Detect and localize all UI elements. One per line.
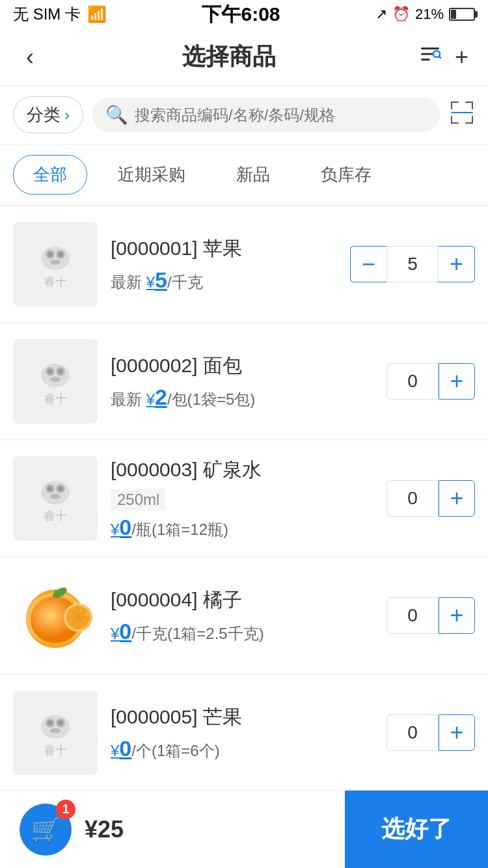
alarm-icon: ⏰ (392, 6, 410, 23)
owl-logo: 睿十 (36, 473, 75, 524)
product-name: [0000005] 芒果 (111, 704, 373, 731)
status-right: ↗ ⏰ 21% (375, 6, 475, 23)
price-unit: /包(1袋=5包) (167, 390, 255, 408)
product-info: [0000004] 橘子 ¥0/千克(1箱=2.5千克) (111, 587, 373, 644)
product-qty: + (386, 480, 475, 517)
svg-point-26 (41, 481, 70, 504)
svg-point-49 (50, 728, 61, 733)
category-button[interactable]: 分类 › (13, 96, 83, 133)
category-arrow-icon: › (64, 106, 70, 124)
svg-point-18 (58, 252, 63, 257)
svg-point-31 (50, 494, 61, 499)
svg-rect-1 (421, 53, 434, 55)
product-image: 睿十 (13, 690, 98, 775)
tab-negative[interactable]: 负库存 (301, 155, 392, 195)
tab-bar: 全部 近期采购 新品 负库存 (0, 144, 488, 206)
battery-icon (449, 8, 475, 21)
product-price: 最新 ¥5/千克 (111, 267, 337, 293)
product-qty: + (386, 597, 475, 634)
list-item: 睿十 [0000001] 苹果 最新 ¥5/千克 − + (0, 206, 488, 322)
list-item: 睿十 [0000005] 芒果 ¥0/个(1箱=6个) + (0, 675, 488, 791)
svg-point-24 (58, 369, 63, 374)
cart-badge: 1 (56, 800, 75, 819)
qty-increase-button[interactable]: + (439, 363, 475, 400)
bottom-bar: 🛒 1 ¥25 选好了 (0, 790, 488, 868)
price-unit: /瓶(1箱=12瓶) (131, 521, 228, 538)
price-value: 5 (155, 267, 167, 292)
list-item: 睿十 [0000003] 矿泉水 250ml ¥0/瓶(1箱=12瓶) + (0, 441, 488, 556)
svg-rect-0 (421, 47, 439, 49)
cart-button[interactable]: 🛒 1 (20, 804, 72, 856)
price-unit: /千克 (167, 273, 203, 291)
price-value: 0 (119, 736, 131, 761)
search-icon: 🔍 (105, 104, 128, 126)
product-image: 睿十 (13, 456, 98, 541)
filter-bar: 分类 › 🔍 (0, 86, 488, 144)
product-price: ¥0/千克(1箱=2.5千克) (111, 619, 373, 644)
add-button[interactable]: + (455, 44, 468, 71)
qty-input[interactable] (386, 480, 439, 517)
confirm-button[interactable]: 选好了 (345, 791, 488, 869)
filter-icon[interactable] (418, 42, 442, 72)
qty-input[interactable] (386, 363, 439, 400)
list-item: 睿十 [0000002] 面包 最新 ¥2/包(1袋=5包) + (0, 323, 488, 439)
category-label: 分类 (27, 103, 61, 126)
price-latest: 最新 (111, 273, 146, 291)
qty-input[interactable] (386, 246, 439, 282)
qty-decrease-button[interactable]: − (350, 246, 386, 282)
qty-increase-button[interactable]: + (439, 714, 475, 751)
price-latest: 最新 (111, 390, 146, 408)
svg-rect-2 (421, 59, 430, 61)
price-unit: /千克(1箱=2.5千克) (131, 625, 264, 642)
price-value: 0 (119, 515, 131, 539)
qty-increase-button[interactable]: + (439, 246, 475, 282)
owl-logo: 睿十 (36, 356, 75, 407)
nav-bar: ‹ 选择商品 + (0, 29, 488, 86)
tab-new[interactable]: 新品 (216, 155, 290, 195)
cart-total: ¥25 (85, 816, 124, 843)
tab-recent[interactable]: 近期采购 (98, 155, 206, 195)
carrier-text: 无 SIM 卡 (13, 4, 81, 25)
product-info: [0000005] 芒果 ¥0/个(1箱=6个) (111, 704, 373, 761)
product-qty: + (386, 363, 475, 400)
price-value: 0 (119, 619, 131, 644)
scan-icon[interactable] (449, 100, 475, 131)
owl-logo: 睿十 (36, 239, 75, 290)
product-info: [0000001] 苹果 最新 ¥5/千克 (111, 236, 337, 293)
svg-point-44 (41, 715, 70, 739)
svg-point-25 (50, 377, 61, 382)
product-price: 最新 ¥2/包(1袋=5包) (111, 385, 373, 410)
list-item: [0000004] 橘子 ¥0/千克(1箱=2.5千克) + (0, 558, 488, 673)
svg-point-48 (58, 720, 63, 726)
owl-logo: 睿十 (36, 707, 75, 758)
qty-increase-button[interactable]: + (439, 597, 475, 634)
qty-input[interactable] (386, 597, 439, 634)
svg-line-4 (439, 57, 441, 59)
price-value: 2 (155, 385, 167, 409)
battery-percent: 21% (415, 6, 444, 23)
search-input[interactable] (135, 106, 427, 124)
product-name: [0000001] 苹果 (111, 236, 337, 262)
qty-input[interactable] (386, 714, 439, 751)
qty-increase-button[interactable]: + (439, 480, 475, 517)
product-image: 睿十 (13, 222, 98, 306)
product-name: [0000002] 面包 (111, 353, 373, 379)
svg-point-19 (50, 260, 61, 265)
cart-section: 🛒 1 ¥25 (0, 804, 345, 856)
svg-point-14 (41, 247, 70, 270)
product-qty: + (386, 714, 475, 751)
status-bar: 无 SIM 卡 📶 下午6:08 ↗ ⏰ 21% (0, 0, 488, 29)
product-name: [0000003] 矿泉水 (111, 457, 373, 483)
product-info: [0000003] 矿泉水 250ml ¥0/瓶(1箱=12瓶) (111, 457, 373, 540)
svg-rect-13 (451, 112, 473, 113)
svg-point-30 (58, 486, 63, 491)
back-button[interactable]: ‹ (20, 37, 40, 77)
page-title: 选择商品 (182, 41, 276, 73)
svg-point-29 (47, 486, 53, 491)
tab-all[interactable]: 全部 (13, 155, 87, 195)
svg-rect-6 (451, 102, 452, 109)
product-price: ¥0/个(1箱=6个) (111, 736, 373, 761)
product-name: [0000004] 橘子 (111, 587, 373, 614)
product-info: [0000002] 面包 最新 ¥2/包(1袋=5包) (111, 353, 373, 410)
svg-point-20 (41, 364, 70, 387)
